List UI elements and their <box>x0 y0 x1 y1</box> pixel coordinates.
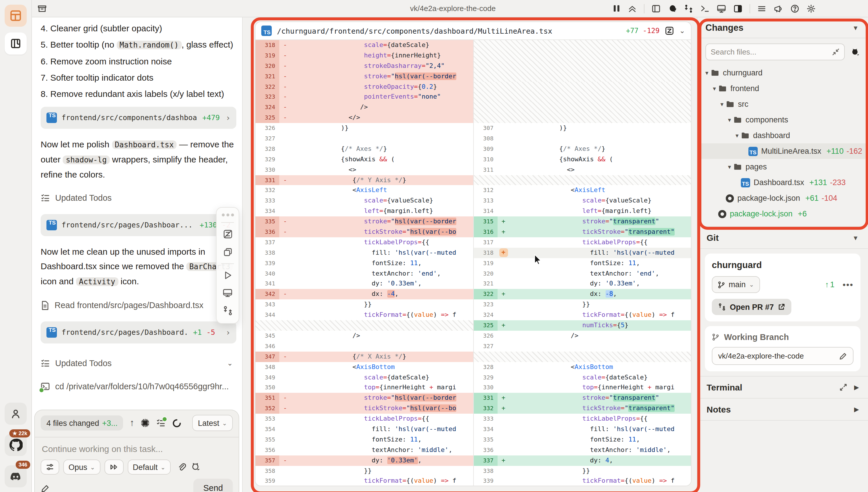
more-menu-icon[interactable]: ••• <box>842 280 853 290</box>
archive-icon[interactable] <box>37 3 47 13</box>
terminal-icon[interactable] <box>700 4 709 13</box>
monitor-icon[interactable] <box>717 4 726 13</box>
file-tree-item[interactable]: ▼frontend <box>697 81 868 96</box>
diff-line[interactable]: 347- {/* X Axis */} <box>256 351 474 362</box>
chevrons-up-icon[interactable] <box>628 4 637 13</box>
diff-line[interactable]: 336 textAnchor: 'middle', <box>474 445 691 455</box>
diff-line[interactable]: 331- {/* Y Axis */} <box>256 175 474 186</box>
diff-line[interactable]: 351- stroke="hsl(var(--border <box>256 393 474 403</box>
send-button[interactable]: Send <box>193 479 233 492</box>
diff-line[interactable]: 357- dy: '0.33em', <box>256 455 474 466</box>
diff-line[interactable]: 319- height={innerHeight} <box>256 50 474 61</box>
diff-line[interactable]: 331+ stroke="transparent" <box>474 393 691 403</box>
diff-line[interactable]: 341 dy: '0.33em', <box>256 279 474 289</box>
edit-pencil-icon[interactable] <box>839 352 847 360</box>
panel-left-icon[interactable] <box>652 4 661 13</box>
diff-line[interactable]: 339 fontSize: 11, <box>256 258 474 268</box>
diff-line[interactable]: 307 )} <box>474 123 691 133</box>
diff-line[interactable]: 321 dy: '0.33em', <box>474 279 691 289</box>
diff-line[interactable]: 352- tickStroke="hsl(var(--bo <box>256 403 474 414</box>
diff-line[interactable]: 348 <AxisBottom <box>256 362 474 372</box>
diff-line[interactable]: 310 {showAxis && ( <box>474 154 691 165</box>
caret-down-icon[interactable]: ▼ <box>733 132 741 139</box>
file-change-chip[interactable]: TS frontend/src/components/dashboa... +4… <box>41 107 236 129</box>
model-dropdown[interactable]: Opus⌄ <box>63 460 100 474</box>
menu-icon[interactable] <box>757 4 767 13</box>
diff-line[interactable]: 334 left={margin.left} <box>256 206 474 217</box>
diff-line[interactable]: 315+ stroke="transparent" <box>474 216 691 227</box>
diff-line[interactable]: 350 top={innerHeight + margi <box>256 383 474 393</box>
diff-line[interactable]: 328 {/* Axes */} <box>256 144 474 154</box>
diff-line[interactable]: 336- tickStroke="hsl(var(--bo <box>256 227 474 237</box>
diff-line[interactable]: 329 scale={dateScale} <box>474 372 691 383</box>
diff-line[interactable] <box>474 113 691 123</box>
diff-line[interactable]: 320- strokeDasharray="2,4" <box>256 61 474 71</box>
drag-handle-icon[interactable] <box>221 211 234 220</box>
diff-view-icon[interactable] <box>222 225 233 243</box>
pause-icon[interactable] <box>612 4 621 13</box>
diff-line[interactable]: 319 fontSize: 11, <box>474 258 691 268</box>
diff-line[interactable]: 313 scale={valueScale} <box>474 196 691 206</box>
diff-line[interactable]: 325- </> <box>256 113 474 123</box>
file-tree-item[interactable]: ▼src <box>697 96 868 112</box>
diff-line[interactable]: 353 tickLabelProps={{ <box>256 414 474 424</box>
diff-line[interactable] <box>474 61 691 71</box>
diff-line[interactable]: 318- scale={dateScale} <box>256 40 474 50</box>
attach-paperclip-icon[interactable] <box>177 462 186 472</box>
diff-line[interactable]: 323- pointerEvents="none" <box>256 92 474 102</box>
collapse-icon[interactable] <box>832 48 840 56</box>
diff-line[interactable]: 327 <box>256 133 474 144</box>
diff-line[interactable]: 330 top={innerHeight + margi <box>474 383 691 393</box>
file-change-chip[interactable]: TS frontend/src/pages/Dashboar... +130 -… <box>41 214 236 236</box>
diff-line[interactable]: 309 {/* Axes */} <box>474 144 691 154</box>
diff-line[interactable] <box>474 92 691 102</box>
diff-line[interactable]: 340 textAnchor: 'end', <box>256 268 474 279</box>
rail-item-board[interactable] <box>5 32 27 54</box>
diff-line[interactable]: 311 <> <box>474 165 691 175</box>
diff-line[interactable] <box>474 71 691 81</box>
git-section-header[interactable]: Git ▼ <box>697 226 868 248</box>
diff-line[interactable]: 324 tickFormat={(value) => f <box>474 310 691 320</box>
diff-line[interactable]: 325+ numTicks={5} <box>474 320 691 331</box>
diff-line[interactable]: 318+ fill: 'hsl(var(--muted <box>474 248 691 258</box>
diff-line[interactable]: 335- stroke="hsl(var(--border <box>256 216 474 227</box>
diff-line[interactable]: 354 fill: 'hsl(var(--muted <box>256 424 474 435</box>
play-icon[interactable] <box>222 266 233 284</box>
settings-sliders-button[interactable] <box>41 460 59 474</box>
updated-todos-row[interactable]: Updated Todos <box>41 191 236 205</box>
diff-line[interactable]: 337+ dy: 4, <box>474 455 691 466</box>
diff-line[interactable]: 349 scale={dateScale} <box>256 372 474 383</box>
working-branch-input[interactable]: vk/4e2a-explore-the-code <box>712 347 853 365</box>
file-change-chip[interactable]: TS frontend/src/pages/Dashboard.tsx +1 -… <box>41 321 236 343</box>
diff-line[interactable]: 321- stroke="hsl(var(--border <box>256 71 474 81</box>
diff-line[interactable]: 312 <AxisLeft <box>474 186 691 196</box>
diff-line[interactable]: 333 scale={valueScale} <box>256 196 474 206</box>
git-compare-icon[interactable] <box>684 4 693 13</box>
diff-mode-icon[interactable] <box>665 26 674 35</box>
rail-item-layout-active[interactable] <box>5 5 27 27</box>
changes-section-header[interactable]: Changes ▼ <box>697 17 868 38</box>
diff-line[interactable] <box>256 320 474 331</box>
terminal-command-row[interactable]: cd /private/var/folders/10/h7w0q46556ggr… <box>41 379 236 393</box>
diff-line[interactable]: 343 }} <box>256 300 474 310</box>
megaphone-icon[interactable] <box>773 4 783 13</box>
version-dropdown[interactable]: Latest⌄ <box>192 415 233 431</box>
diff-line[interactable]: 329 {showAxis && ( <box>256 154 474 165</box>
diff-line[interactable]: 322+ dx: -8, <box>474 289 691 300</box>
diff-line[interactable]: 333 tickLabelProps={{ <box>474 414 691 424</box>
chevron-down-icon[interactable]: ⌄ <box>679 27 685 35</box>
diff-line[interactable]: 332+ tickStroke="transparent" <box>474 403 691 414</box>
diff-line[interactable] <box>474 102 691 113</box>
github-cat-icon[interactable] <box>190 462 200 472</box>
diff-line[interactable]: 316+ tickStroke="transparent" <box>474 227 691 237</box>
copy-icon[interactable] <box>222 243 233 261</box>
caret-down-icon[interactable]: ▼ <box>726 164 733 170</box>
sparkle-icon[interactable] <box>141 418 150 427</box>
search-files-input[interactable]: Search files... <box>705 44 845 60</box>
diff-line[interactable]: 320 textAnchor: 'end', <box>474 268 691 279</box>
diff-line[interactable]: 332 <AxisLeft <box>256 186 474 196</box>
caret-down-icon[interactable]: ▼ <box>726 117 733 123</box>
file-tree-item[interactable]: package-lock.json+6 <box>697 206 868 222</box>
diff-line[interactable]: 328 <AxisBottom <box>474 362 691 372</box>
diff-line[interactable]: 346 <box>256 341 474 351</box>
